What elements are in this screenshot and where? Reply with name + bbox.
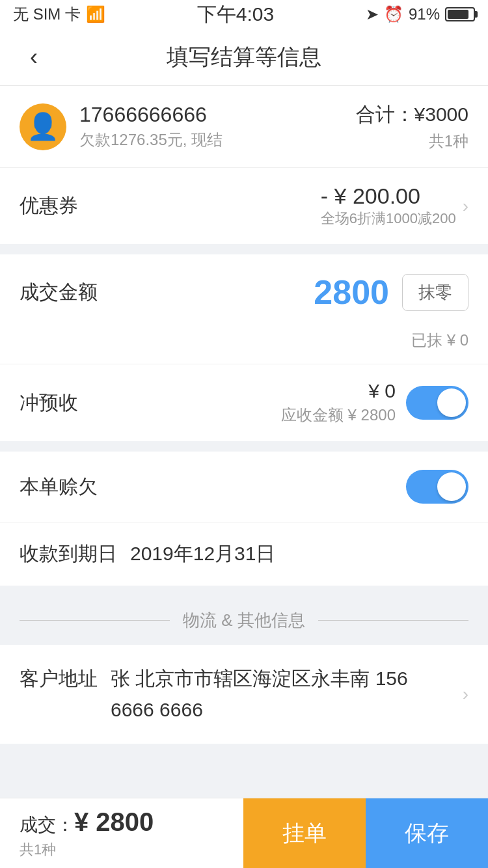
customer-card: 👤 17666666666 欠款1276.35元, 现结 合计：¥3000 共1… <box>0 86 488 244</box>
bottom-count: 共1种 <box>20 840 224 860</box>
address-value: 张 北京市市辖区海淀区永丰南 156 6666 6666 <box>111 663 456 726</box>
hang-button[interactable]: 挂单 <box>243 798 366 869</box>
logistics-line-right <box>318 620 468 621</box>
page-title: 填写结算等信息 <box>48 42 440 72</box>
customer-left: 👤 17666666666 欠款1276.35元, 现结 <box>20 103 223 150</box>
address-label: 客户地址 <box>20 666 98 692</box>
avatar-icon: 👤 <box>27 111 59 142</box>
prepaid-info: ¥ 0 应收金额 ¥ 2800 <box>281 380 396 426</box>
back-button[interactable]: ‹ <box>20 43 48 72</box>
coupon-right: - ¥ 200.00 全场6折满1000减200 › <box>321 183 468 228</box>
prepaid-right: ¥ 0 应收金额 ¥ 2800 <box>281 380 468 426</box>
deal-amount-card: 成交金额 2800 抹零 已抹 ¥ 0 冲预收 ¥ 0 应收金额 ¥ 2800 <box>0 254 488 441</box>
deal-right: 2800 抹零 <box>314 273 468 312</box>
prepaid-toggle[interactable] <box>406 386 468 420</box>
bottom-summary: 成交：¥ 2800 共1种 <box>0 807 243 860</box>
back-icon: ‹ <box>30 44 38 71</box>
debt-row: 本单赊欠 <box>0 452 488 522</box>
avatar: 👤 <box>20 103 66 150</box>
customer-row: 👤 17666666666 欠款1276.35元, 现结 合计：¥3000 共1… <box>0 86 488 167</box>
due-date-label: 收款到期日 <box>20 541 117 567</box>
coupon-row[interactable]: 优惠券 - ¥ 200.00 全场6折满1000减200 › <box>0 167 488 244</box>
coupon-discount: - ¥ 200.00 <box>321 183 456 209</box>
carrier-text: 无 SIM 卡 <box>13 4 81 25</box>
prepaid-label: 冲预收 <box>20 390 78 416</box>
nav-bar: ‹ 填写结算等信息 <box>0 29 488 86</box>
due-date-row: 收款到期日 2019年12月31日 <box>0 522 488 586</box>
prepaid-receivable: 应收金额 ¥ 2800 <box>281 405 396 426</box>
bottom-deal-line: 成交：¥ 2800 <box>20 807 224 837</box>
customer-phone: 17666666666 <box>79 103 223 127</box>
customer-info: 17666666666 欠款1276.35元, 现结 <box>79 103 223 150</box>
bottom-bar: 成交：¥ 2800 共1种 挂单 保存 <box>0 798 488 868</box>
total-amount: 合计：¥3000 <box>356 102 468 128</box>
coupon-chevron-icon: › <box>463 196 468 217</box>
debt-toggle[interactable] <box>406 470 468 504</box>
deal-amount-value: 2800 <box>314 273 389 312</box>
total-count: 共1种 <box>356 131 468 152</box>
address-row[interactable]: 客户地址 张 北京市市辖区海淀区永丰南 156 6666 6666 › <box>0 645 488 744</box>
coupon-label: 优惠券 <box>20 193 78 219</box>
customer-debt: 欠款1276.35元, 现结 <box>79 129 223 150</box>
prepaid-row: 冲预收 ¥ 0 应收金额 ¥ 2800 <box>0 364 488 441</box>
toggle-knob <box>437 388 466 417</box>
main-content: 👤 17666666666 欠款1276.35元, 现结 合计：¥3000 共1… <box>0 86 488 868</box>
location-icon: ➤ <box>366 5 379 23</box>
address-chevron-icon: › <box>463 684 468 705</box>
wifi-icon: 📶 <box>86 5 105 23</box>
debt-toggle-knob <box>437 472 466 501</box>
logistics-header-text: 物流 & 其他信息 <box>183 609 305 632</box>
deal-sub-text: 已抹 ¥ 0 <box>0 330 488 364</box>
save-button[interactable]: 保存 <box>366 798 488 869</box>
round-zero-button[interactable]: 抹零 <box>402 274 468 311</box>
bottom-deal-amount: ¥ 2800 <box>74 807 154 836</box>
status-bar: 无 SIM 卡 📶 下午4:03 ➤ ⏰ 91% <box>0 0 488 29</box>
due-date-value: 2019年12月31日 <box>130 541 275 567</box>
deal-amount-row: 成交金额 2800 抹零 <box>0 254 488 330</box>
status-time: 下午4:03 <box>197 1 274 28</box>
deal-amount-label: 成交金额 <box>20 279 98 306</box>
battery-percent: 91% <box>409 5 440 23</box>
customer-right: 合计：¥3000 共1种 <box>356 102 468 152</box>
logistics-header: 物流 & 其他信息 <box>0 596 488 645</box>
debt-card: 本单赊欠 收款到期日 2019年12月31日 <box>0 452 488 586</box>
coupon-desc: 全场6折满1000减200 <box>321 209 456 228</box>
debt-label: 本单赊欠 <box>20 474 98 500</box>
bottom-deal-label: 成交： <box>20 815 74 835</box>
battery-icon <box>445 7 475 21</box>
alarm-icon: ⏰ <box>384 5 403 23</box>
prepaid-amount: ¥ 0 <box>281 380 396 402</box>
status-left: 无 SIM 卡 📶 <box>13 4 105 25</box>
logistics-line-left <box>20 620 170 621</box>
status-right: ➤ ⏰ 91% <box>366 5 475 23</box>
